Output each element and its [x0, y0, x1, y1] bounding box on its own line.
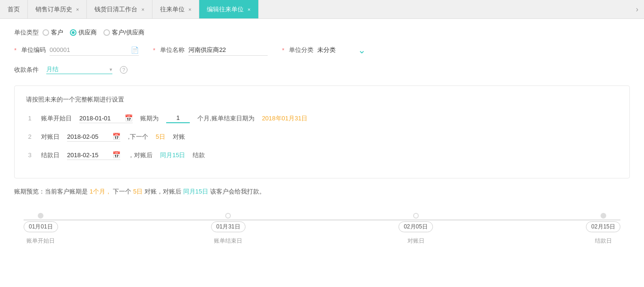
settings-row-1: 1 账单开始日 📅 账期为 个月,账单结束日期为 2018年01月31日 — [26, 113, 618, 123]
tab-partner-units-close-icon[interactable]: × — [188, 7, 191, 12]
timeline-point-3: 02月05日 对账日 — [398, 213, 433, 245]
radio-customer-supplier[interactable]: 客户/供应商 — [103, 28, 144, 37]
timeline-label-3: 对账日 — [407, 237, 424, 245]
unit-code-group: * 单位编码 📄 — [14, 44, 139, 56]
reconcile-date-input-box: 📅 — [67, 132, 120, 142]
radio-customer-label: 客户 — [51, 28, 63, 37]
reconcile-day: 5日 — [156, 133, 165, 141]
payment-day: 同月15日 — [160, 151, 185, 160]
payment-terms-select[interactable]: 月结 ▾ — [46, 65, 112, 74]
row-3-label: 结款日 — [41, 151, 59, 160]
timeline-point-1: 01月01日 账单开始日 — [24, 213, 58, 245]
start-date-input[interactable] — [79, 115, 122, 122]
timeline-dot-3 — [413, 213, 419, 219]
radio-customer-circle — [42, 29, 49, 36]
payment-date-calendar-icon[interactable]: 📅 — [112, 151, 120, 159]
radio-supplier-circle — [70, 29, 76, 36]
radio-customer-supplier-circle — [103, 29, 110, 36]
tab-home-label: 首页 — [8, 5, 20, 14]
unit-name-star: * — [153, 47, 155, 54]
period-label: 账期为 — [140, 114, 159, 123]
timeline-dot-2 — [225, 213, 231, 219]
payment-date-input-box: 📅 — [67, 150, 120, 160]
tabs-more-button[interactable]: › — [630, 5, 644, 14]
payment-terms-value: 月结 — [46, 65, 107, 74]
timeline-label-2: 账单结束日 — [214, 237, 242, 245]
radio-supplier[interactable]: 供应商 — [70, 28, 97, 37]
payment-suffix-post: 结款 — [193, 151, 205, 160]
preview-part2: 5日 — [133, 188, 143, 195]
timeline-badge-4: 02月15日 — [586, 221, 620, 232]
reconcile-date-calendar-icon[interactable]: 📅 — [112, 133, 120, 140]
row-1-label: 账单开始日 — [41, 114, 72, 123]
timeline-badge-2: 01月31日 — [211, 221, 246, 232]
tab-cash-ledger-label: 钱货日清工作台 — [94, 5, 137, 14]
row-3-num: 3 — [26, 152, 34, 159]
radio-supplier-label: 供应商 — [78, 28, 97, 37]
period-input-box — [166, 113, 190, 123]
timeline-dot-1 — [38, 213, 43, 219]
tab-cash-ledger[interactable]: 钱货日清工作台 × — [87, 0, 152, 18]
tab-partner-units-label: 往来单位 — [160, 5, 185, 14]
unit-type-label: 单位类型 — [14, 28, 39, 37]
tab-edit-partner-unit-label: 编辑往来单位 — [207, 5, 244, 14]
unit-code-icon[interactable]: 📄 — [131, 46, 139, 54]
content-area: 单位类型 客户 供应商 客户/供应商 * 单位编码 — [0, 19, 644, 287]
tab-home[interactable]: 首页 — [0, 0, 28, 18]
radio-customer[interactable]: 客户 — [42, 28, 63, 37]
payment-terms-chevron-icon: ▾ — [110, 67, 112, 73]
unit-name-group: * 单位名称 — [153, 44, 268, 56]
unit-category-group: * 单位分类 未分类 ⌄ — [282, 44, 374, 56]
tab-edit-partner-unit[interactable]: 编辑往来单位 × — [199, 0, 258, 18]
timeline-point-4: 02月15日 结款日 — [586, 213, 620, 245]
timeline-badge-3: 02月05日 — [398, 221, 433, 232]
reconcile-date-input[interactable] — [67, 133, 110, 140]
preview-part3: 同月15日 — [183, 188, 208, 195]
unit-type-row: 单位类型 客户 供应商 客户/供应商 — [14, 28, 630, 37]
unit-category-value: 未分类 — [317, 46, 355, 54]
period-suffix: 个月,账单结束日期为 — [197, 114, 254, 123]
timeline-label-4: 结款日 — [595, 237, 612, 245]
tab-edit-partner-unit-close-icon[interactable]: × — [247, 7, 250, 12]
reconcile-suffix-post: 对账 — [173, 133, 185, 141]
payment-terms-help-icon[interactable]: ? — [120, 66, 127, 74]
preview-part2-suffix: 对账，对账后 — [144, 188, 181, 195]
preview-prefix: 账期预览：当前客户账期是 — [14, 188, 88, 195]
period-end-date: 2018年01月31日 — [262, 114, 308, 123]
preview-part1-suffix: 下一个 — [113, 188, 131, 195]
payment-terms-label: 收款条件 — [14, 66, 39, 74]
payment-date-input[interactable] — [67, 152, 110, 159]
unit-code-input[interactable] — [50, 44, 131, 55]
row-2-label: 对账日 — [41, 133, 59, 141]
tab-sales-order-history-close-icon[interactable]: × — [76, 7, 79, 12]
unit-category-select[interactable]: 未分类 ⌄ — [317, 44, 374, 56]
settings-box-title: 请按照未来的一个完整帐期进行设置 — [26, 95, 618, 104]
unit-category-star: * — [282, 47, 284, 54]
timeline-dot-4 — [601, 213, 606, 219]
unit-category-label: 单位分类 — [289, 46, 314, 54]
timeline-track: 01月01日 账单开始日 01月31日 账单结束日 02月05日 对账日 02月… — [24, 213, 620, 245]
tab-partner-units[interactable]: 往来单位 × — [153, 0, 199, 18]
preview-text: 账期预览：当前客户账期是 1个月， 下一个 5日 对账，对账后 同月15日 该客… — [14, 186, 630, 197]
payment-terms-group: 收款条件 月结 ▾ ? — [14, 65, 127, 74]
tab-cash-ledger-close-icon[interactable]: × — [141, 7, 144, 12]
settings-box: 请按照未来的一个完整帐期进行设置 1 账单开始日 📅 账期为 个月,账单结束日期… — [14, 85, 630, 178]
tabs-bar: 首页 销售订单历史 × 钱货日清工作台 × 往来单位 × 编辑往来单位 × › — [0, 0, 644, 19]
row-1-num: 1 — [26, 115, 34, 122]
timeline-container: 01月01日 账单开始日 01月31日 账单结束日 02月05日 对账日 02月… — [14, 208, 630, 245]
tab-sales-order-history[interactable]: 销售订单历史 × — [28, 0, 87, 18]
start-date-calendar-icon[interactable]: 📅 — [125, 114, 133, 122]
unit-name-input[interactable] — [188, 44, 268, 56]
start-date-input-box: 📅 — [79, 113, 133, 123]
unit-info-row: * 单位编码 📄 * 单位名称 * 单位分类 未分类 ⌄ — [14, 44, 630, 56]
period-value-input[interactable] — [166, 113, 190, 123]
reconcile-suffix-pre: ,下一个 — [128, 133, 148, 141]
payment-suffix-pre: ，对账后 — [128, 151, 153, 160]
unit-name-label: 单位名称 — [160, 46, 185, 54]
unit-code-star: * — [14, 47, 17, 54]
unit-category-chevron-icon: ⌄ — [358, 44, 366, 56]
payment-terms-row: 收款条件 月结 ▾ ? — [14, 65, 630, 74]
row-2-num: 2 — [26, 133, 34, 140]
radio-customer-supplier-label: 客户/供应商 — [112, 28, 144, 37]
unit-code-input-wrapper: 📄 — [50, 44, 139, 56]
